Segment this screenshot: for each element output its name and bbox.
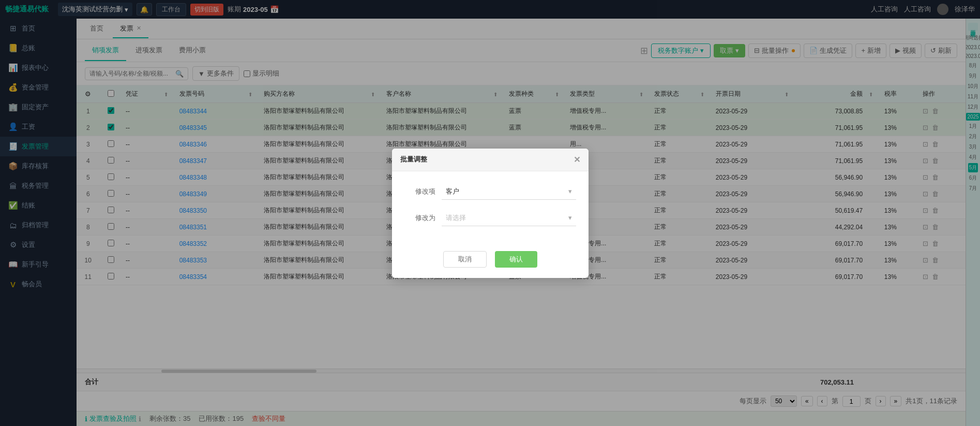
modal-footer: 取消 确认 xyxy=(392,245,589,278)
modify-to-label: 修改为 xyxy=(404,213,435,223)
modify-to-select[interactable]: 请选择 ▾ xyxy=(442,210,576,226)
modal-body: 修改项 客户 ▾ 修改为 请选择 ▾ xyxy=(392,171,589,245)
confirm-btn[interactable]: 确认 xyxy=(495,251,537,268)
modify-to-row: 修改为 请选择 ▾ xyxy=(404,210,576,226)
modify-item-label: 修改项 xyxy=(404,187,435,196)
chevron-down-icon: ▾ xyxy=(568,187,572,195)
batch-adjust-modal: 批量调整 ✕ 修改项 客户 ▾ 修改为 请选择 ▾ 取消 确认 xyxy=(392,149,589,278)
modal-overlay[interactable]: 批量调整 ✕ 修改项 客户 ▾ 修改为 请选择 ▾ 取消 确认 xyxy=(0,0,980,426)
chevron-down-icon2: ▾ xyxy=(568,214,572,222)
modify-item-row: 修改项 客户 ▾ xyxy=(404,184,576,200)
modify-item-select[interactable]: 客户 ▾ xyxy=(442,184,576,200)
cancel-btn[interactable]: 取消 xyxy=(443,251,487,268)
modify-item-value: 客户 xyxy=(446,187,459,196)
modal-header: 批量调整 ✕ xyxy=(392,149,589,171)
modal-close-btn[interactable]: ✕ xyxy=(574,155,580,165)
modify-to-placeholder: 请选择 xyxy=(446,213,466,223)
modal-title: 批量调整 xyxy=(400,155,427,164)
